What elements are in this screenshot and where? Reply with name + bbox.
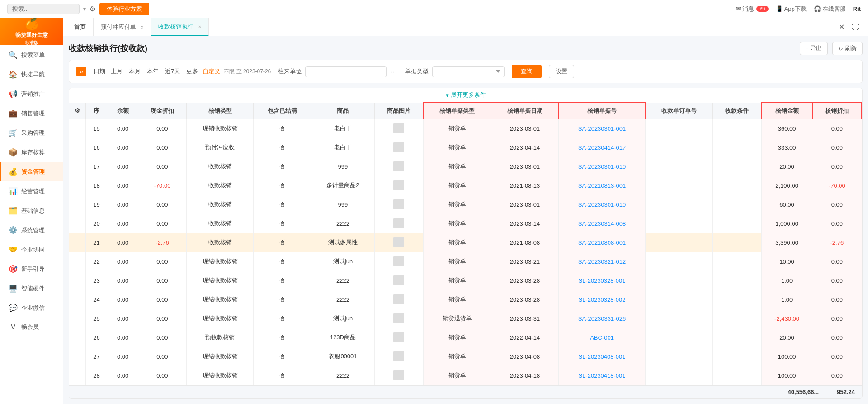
sidebar-item-marketing[interactable]: 📢营销推广 xyxy=(0,84,63,104)
table-row: 20 0.00 0.00 收款核销 否 2222 销货单 2023-03-14 … xyxy=(69,214,862,233)
wechat-icon: 💬 xyxy=(9,304,18,312)
filter-dots: ··· xyxy=(390,68,398,75)
row-cancel-discount: 0.00 xyxy=(812,138,862,157)
cancel-no-link[interactable]: ABC-001 xyxy=(590,334,614,341)
refresh-button[interactable]: ↻ 刷新 xyxy=(832,42,863,55)
app-download-link[interactable]: 📱 App下载 xyxy=(776,5,807,13)
sidebar-item-purchase[interactable]: 🛒采购管理 xyxy=(0,123,63,143)
row-cancel-no[interactable]: SA-20230301-010 xyxy=(559,157,645,176)
sidebar-item-finance[interactable]: 💰资金管理 xyxy=(0,162,63,181)
row-cancel-voucher-type: 销货单 xyxy=(423,328,491,347)
cancel-no-link[interactable]: SA-20230331-026 xyxy=(578,315,626,322)
cancel-no-link[interactable]: SL-20230328-001 xyxy=(578,277,625,284)
dropdown-arrow-icon[interactable]: ▾ xyxy=(83,6,86,12)
sidebar-item-inventory[interactable]: 📦库存核算 xyxy=(0,143,63,162)
tab-prepay[interactable]: 预付冲应付单 × xyxy=(94,18,151,36)
industry-solution-button[interactable]: 体验行业方案 xyxy=(99,3,149,15)
row-cancel-no[interactable]: SA-20210808-001 xyxy=(559,233,645,252)
row-settings xyxy=(69,138,85,157)
tab-prepay-close[interactable]: × xyxy=(141,24,143,30)
online-service-link[interactable]: 🎧 在线客服 xyxy=(814,5,846,13)
cancel-no-link[interactable]: SL-20230408-001 xyxy=(578,353,625,360)
sidebar-item-ops[interactable]: 📊经营管理 xyxy=(0,181,63,201)
row-cancel-no[interactable]: SA-20230301-001 xyxy=(559,119,645,138)
table-row: 24 0.00 0.00 现结收款核销 否 2222 销货单 2023-03-2… xyxy=(69,290,862,309)
cancel-no-link[interactable]: SA-20230301-001 xyxy=(578,125,626,132)
expand-more-button[interactable]: ▾ 展开更多条件 xyxy=(446,91,486,99)
this-year-btn[interactable]: 本年 xyxy=(145,67,160,76)
sidebar-item-corp[interactable]: 🤝企业协同 xyxy=(0,240,63,259)
filter-expand-button[interactable]: » xyxy=(76,67,86,76)
sidebar-item-vip[interactable]: V畅会员 xyxy=(0,318,63,337)
row-cancel-no[interactable]: SA-20230321-012 xyxy=(559,252,645,271)
partner-filter-input[interactable] xyxy=(305,66,387,77)
sidebar-item-base[interactable]: 🗂️基础信息 xyxy=(0,201,63,220)
row-cancel-no[interactable]: SA-20230414-017 xyxy=(559,138,645,157)
last-7days-btn[interactable]: 近7天 xyxy=(163,67,182,76)
expand-window-button[interactable]: ⛶ xyxy=(850,21,861,33)
cancel-no-link[interactable]: SA-20230314-008 xyxy=(578,220,626,227)
page-title: 收款核销执行(按收款) xyxy=(69,43,147,54)
row-cancel-type: 现结收款核销 xyxy=(187,252,254,271)
settings-icon[interactable]: ⚙ xyxy=(90,5,96,13)
sidebar-item-system[interactable]: ⚙️系统管理 xyxy=(0,220,63,240)
sidebar-item-search[interactable]: 🔍搜索菜单 xyxy=(0,45,63,65)
row-cash-discount: 0.00 xyxy=(138,271,187,290)
cancel-no-link[interactable]: SA-20230301-010 xyxy=(578,201,626,208)
row-settled: 否 xyxy=(254,252,311,271)
row-settings xyxy=(69,309,85,328)
row-cancel-voucher-type: 销货单 xyxy=(423,176,491,195)
filter-bar: » 日期 上月 本月 本年 近7天 更多 自定义 不限 至 2023-07-26… xyxy=(69,60,863,83)
cancel-no-link[interactable]: SL-20230328-002 xyxy=(578,296,625,303)
sidebar-item-wechat[interactable]: 💬企业微信 xyxy=(0,298,63,318)
tab-home[interactable]: 首页 xyxy=(67,18,94,36)
cancel-no-link[interactable]: SA-20230301-010 xyxy=(578,163,626,170)
table-row: 23 0.00 0.00 现结收款核销 否 2222 销货单 2023-03-2… xyxy=(69,271,862,290)
query-button[interactable]: 查询 xyxy=(512,65,542,78)
row-cancel-no[interactable]: SL-20230418-001 xyxy=(559,366,645,385)
row-cancel-no[interactable]: SL-20230328-001 xyxy=(559,271,645,290)
row-settled: 否 xyxy=(254,290,311,309)
cancel-no-link[interactable]: SA-20230414-017 xyxy=(578,144,626,151)
last-month-btn[interactable]: 上月 xyxy=(109,67,124,76)
sidebar-item-quicknav[interactable]: 🏠快捷导航 xyxy=(0,65,63,84)
filter-settings-button[interactable]: 设置 xyxy=(549,65,574,78)
row-cancel-no[interactable]: SA-20230301-010 xyxy=(559,195,645,214)
row-cancel-no[interactable]: ABC-001 xyxy=(559,328,645,347)
close-window-button[interactable]: ✕ xyxy=(837,21,846,33)
user-name[interactable]: Rit xyxy=(853,5,861,12)
cancel-no-link[interactable]: SA-20210813-001 xyxy=(578,182,626,189)
message-icon-group[interactable]: ✉ 消息 99+ xyxy=(736,5,769,13)
row-cancel-no[interactable]: SA-20230314-008 xyxy=(559,214,645,233)
row-receipt-order-no xyxy=(645,195,712,214)
cancel-no-link[interactable]: SL-20230418-001 xyxy=(578,372,625,379)
export-button[interactable]: ↑ 导出 xyxy=(800,42,828,55)
row-seq: 15 xyxy=(85,119,108,138)
tab-collection[interactable]: 收款核销执行 × xyxy=(151,18,208,36)
row-cancel-amount: 10.00 xyxy=(761,252,812,271)
row-balance: 0.00 xyxy=(108,176,138,195)
cancel-no-link[interactable]: SA-20210808-001 xyxy=(578,239,626,246)
table-container[interactable]: ⚙ 序 余额 现金折扣 核销类型 包含已结清 商品 商品图片 核销单据类型 核销… xyxy=(69,102,862,385)
sidebar-item-sales[interactable]: 💼销售管理 xyxy=(0,104,63,123)
sidebar-item-newbie[interactable]: 🎯新手引导 xyxy=(0,259,63,279)
cancel-no-link[interactable]: SA-20230321-012 xyxy=(578,258,626,265)
voucher-type-select[interactable]: 销货单 销货退货单 xyxy=(432,66,505,77)
custom-date-btn[interactable]: 自定义 xyxy=(203,67,220,76)
row-settings xyxy=(69,271,85,290)
row-cancel-amount: 1.00 xyxy=(761,290,812,309)
row-settled: 否 xyxy=(254,119,311,138)
tab-collection-close[interactable]: × xyxy=(198,24,201,29)
row-receipt-cond xyxy=(712,138,761,157)
search-input[interactable] xyxy=(7,4,80,14)
row-cancel-voucher-type: 销货单 xyxy=(423,290,491,309)
more-date-btn[interactable]: 更多 xyxy=(184,67,200,76)
product-image-cell xyxy=(374,157,423,176)
row-cancel-no[interactable]: SA-20230331-026 xyxy=(559,309,645,328)
row-settings xyxy=(69,233,85,252)
row-cancel-no[interactable]: SL-20230408-001 xyxy=(559,347,645,366)
row-cancel-no[interactable]: SL-20230328-002 xyxy=(559,290,645,309)
sidebar-item-hardware[interactable]: 🖥️智能硬件 xyxy=(0,279,63,298)
row-cancel-no[interactable]: SA-20210813-001 xyxy=(559,176,645,195)
this-month-btn[interactable]: 本月 xyxy=(127,67,142,76)
